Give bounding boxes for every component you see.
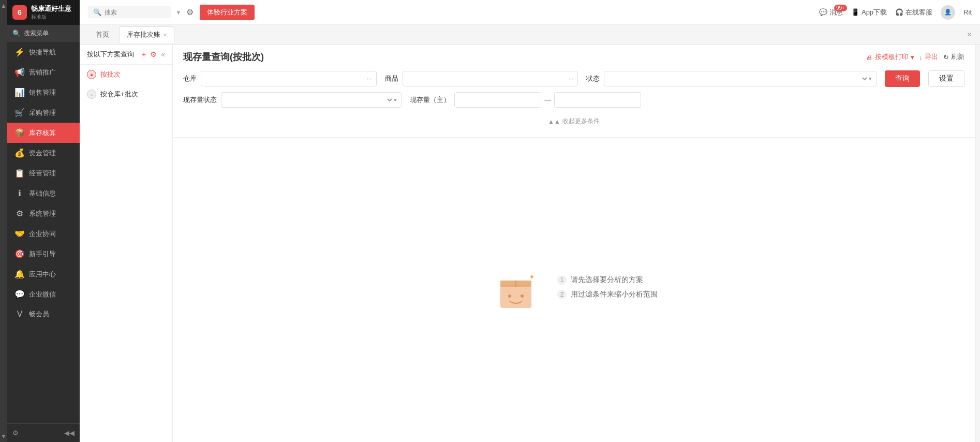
app-download-action[interactable]: 📱 App下载: [851, 8, 887, 17]
avatar[interactable]: 👤: [941, 5, 955, 20]
search-menu-label: 搜索菜单: [24, 29, 49, 38]
template-print-btn[interactable]: 🖨 按模板打印 ▾: [866, 52, 914, 62]
filter-form: 仓库 ··· 商品 ··· 状态: [173, 63, 975, 138]
stock-amount-min-input[interactable]: [454, 92, 541, 108]
sidebar-item-system[interactable]: ⚙ 系统管理: [7, 203, 80, 224]
filter-header-label: 按以下方案查询: [87, 50, 134, 59]
warehouse-more-icon[interactable]: ···: [367, 75, 372, 82]
search-icon: 🔍: [12, 30, 21, 37]
sidebar-item-wechat[interactable]: 💬 企业微信: [7, 284, 80, 304]
app-download-label: App下载: [862, 8, 887, 17]
filter-header-icons: + ⚙ «: [142, 50, 165, 58]
right-header: 现存量查询(按批次) 🖨 按模板打印 ▾ ↓ 导出 ↻ 刷新: [173, 45, 975, 63]
tab-inventory-batch[interactable]: 库存批次账 ×: [119, 26, 174, 43]
messages-action[interactable]: 💬 消息 99+: [819, 8, 843, 17]
main-area: 🔍 ▾ ⚙ 体验行业方案 💬 消息 99+ 📱 App下载 🎧 在线客服 👤 R…: [80, 0, 980, 442]
sidebar-item-app-center[interactable]: 🔔 应用中心: [7, 264, 80, 284]
sales-icon: 📊: [14, 87, 25, 97]
scroll-down-arrow[interactable]: ▼: [1, 433, 7, 440]
sidebar-item-label: 应用中心: [29, 270, 56, 279]
sidebar-item-guide[interactable]: 🎯 新手引导: [7, 244, 80, 264]
membership-icon: V: [14, 310, 25, 319]
collapse-more-btn[interactable]: ▲▲ 收起更多条件: [183, 113, 964, 130]
filter-scheme-batch[interactable]: ● 按批次: [80, 65, 172, 84]
refresh-label: 刷新: [951, 52, 964, 62]
sidebar-header: 6 畅康通好生意 标准版: [7, 0, 80, 25]
scheme-warehouse-batch-icon: ○: [87, 90, 96, 99]
marketing-icon: 📢: [14, 67, 25, 77]
stock-status-select-wrapper[interactable]: ▾: [221, 92, 402, 108]
product-input[interactable]: [407, 75, 569, 82]
empty-illustration: ✦ ·: [490, 264, 542, 316]
messages-icon: 💬: [819, 8, 827, 16]
settings-icon[interactable]: ⚙: [12, 429, 19, 437]
filter-scheme-warehouse-batch[interactable]: ○ 按仓库+批次: [80, 84, 172, 104]
export-btn[interactable]: ↓ 导出: [919, 52, 939, 62]
page-title: 现存量查询(按批次): [183, 51, 264, 63]
topbar-search-box[interactable]: 🔍: [88, 6, 171, 18]
add-scheme-btn[interactable]: +: [142, 50, 146, 58]
tab-close-icon[interactable]: ×: [164, 32, 167, 38]
sidebar-item-enterprise[interactable]: 🤝 企业协同: [7, 224, 80, 244]
stock-amount-field: 现存量（主） —: [410, 92, 628, 108]
sidebar-title-area: 畅康通好生意 标准版: [31, 4, 71, 21]
status-chevron-icon: ▾: [869, 76, 872, 82]
scheme-settings-btn[interactable]: ⚙: [150, 50, 157, 58]
status-select-wrapper[interactable]: ▾: [604, 71, 877, 86]
sidebar-item-purchase[interactable]: 🛒 采购管理: [7, 102, 80, 123]
sidebar-item-quick-nav[interactable]: ⚡ 快捷导航: [7, 42, 80, 62]
sidebar-item-operation[interactable]: 📋 经营管理: [7, 163, 80, 183]
app-title: 畅康通好生意: [31, 4, 71, 13]
stock-amount-max-input[interactable]: [554, 92, 641, 108]
app-center-icon: 🔔: [14, 269, 25, 279]
stock-status-select[interactable]: [226, 96, 394, 104]
online-service-action[interactable]: 🎧 在线客服: [895, 8, 932, 17]
query-btn[interactable]: 查询: [885, 70, 920, 87]
sidebar-item-basic-info[interactable]: ℹ 基础信息: [7, 183, 80, 203]
collapse-panel-btn[interactable]: «: [161, 50, 165, 58]
topbar-gear-icon[interactable]: ⚙: [186, 7, 194, 17]
settings-btn[interactable]: 设置: [928, 70, 964, 87]
sidebar-item-inventory[interactable]: 📦 库存核算: [7, 123, 80, 143]
right-scrollbar[interactable]: [975, 45, 980, 442]
svg-text:·: ·: [496, 274, 498, 279]
product-input-wrapper[interactable]: ···: [403, 71, 578, 86]
scheme-batch-icon: ●: [87, 70, 96, 79]
product-more-icon[interactable]: ···: [568, 75, 573, 82]
template-print-chevron: ▾: [911, 53, 914, 61]
sidebar-scrollbar[interactable]: ▲ ▼: [0, 0, 7, 442]
messages-badge: 99+: [834, 5, 847, 11]
sidebar-item-label: 经营管理: [29, 169, 56, 178]
sidebar-footer: ⚙ ◀◀: [7, 423, 80, 442]
scroll-up-arrow[interactable]: ▲: [1, 2, 7, 9]
finance-icon: 💰: [14, 148, 25, 158]
scheme-warehouse-batch-label: 按仓库+批次: [100, 90, 138, 99]
enterprise-icon: 🤝: [14, 229, 25, 239]
topbar-chevron-icon[interactable]: ▾: [177, 9, 180, 16]
hint-text-2: 用过滤条件来缩小分析范围: [571, 290, 658, 299]
topbar-search-input[interactable]: [105, 9, 166, 16]
experience-btn[interactable]: 体验行业方案: [200, 5, 255, 20]
warehouse-input-wrapper[interactable]: ···: [201, 71, 377, 86]
sidebar-search[interactable]: 🔍 搜索菜单: [7, 25, 80, 42]
sidebar-item-finance[interactable]: 💰 资金管理: [7, 143, 80, 163]
range-dash: —: [544, 96, 551, 104]
wechat-icon: 💬: [14, 289, 25, 299]
topbar-search-icon: 🔍: [93, 8, 101, 16]
product-label: 商品: [385, 74, 403, 83]
sidebar-item-membership[interactable]: V 畅会员: [7, 304, 80, 324]
tab-panel-close-icon[interactable]: ×: [967, 30, 972, 39]
status-select[interactable]: [608, 75, 869, 83]
tab-home[interactable]: 首页: [88, 26, 117, 43]
username-label[interactable]: Rit: [963, 8, 972, 16]
sidebar-item-sales[interactable]: 📊 销售管理: [7, 82, 80, 102]
sidebar-item-label: 营销推广: [29, 68, 56, 77]
collapse-sidebar-icon[interactable]: ◀◀: [64, 429, 75, 437]
left-filter-panel: 按以下方案查询 + ⚙ « ● 按批次 ○ 按仓库+批次: [80, 45, 173, 442]
sidebar-item-label: 基础信息: [29, 189, 56, 198]
hint-text-1: 请先选择要分析的方案: [571, 275, 643, 285]
refresh-btn[interactable]: ↻ 刷新: [943, 52, 964, 62]
refresh-icon: ↻: [943, 53, 949, 61]
sidebar-item-marketing[interactable]: 📢 营销推广: [7, 62, 80, 82]
warehouse-input[interactable]: [205, 75, 367, 82]
